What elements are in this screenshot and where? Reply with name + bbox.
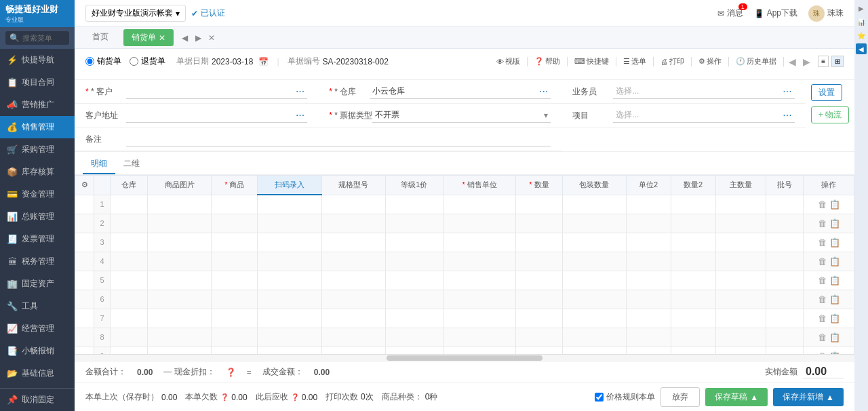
close-window-btn[interactable]: ✕	[206, 33, 217, 43]
barcode-cell[interactable]	[258, 271, 321, 290]
unit-cell[interactable]	[443, 347, 516, 354]
barcode-cell[interactable]	[258, 309, 321, 328]
price1-cell[interactable]	[385, 271, 443, 290]
warehouse-cell[interactable]	[111, 309, 148, 328]
sidebar-item-cancel-pin[interactable]: 📌 取消固定	[0, 389, 75, 411]
sidebar-item-project[interactable]: 📋 项目合同	[0, 71, 75, 94]
tab-mingxi[interactable]: 明细	[83, 155, 115, 174]
image-cell[interactable]	[148, 252, 212, 271]
sidebar-item-purchase[interactable]: 🛒 采购管理	[0, 138, 75, 161]
qty-cell[interactable]	[516, 290, 562, 309]
main-qty-cell[interactable]	[715, 214, 766, 233]
unit2-cell[interactable]	[626, 271, 671, 290]
qty2-cell[interactable]	[671, 233, 715, 252]
main-qty-col-header[interactable]: 主数量	[715, 176, 766, 195]
pack-qty-cell[interactable]	[562, 195, 626, 214]
image-col-header[interactable]: 商品图片	[148, 176, 212, 195]
spec-cell[interactable]	[321, 233, 385, 252]
warehouse-cell[interactable]	[111, 328, 148, 347]
unit2-cell[interactable]	[626, 309, 671, 328]
main-qty-cell[interactable]	[715, 195, 766, 214]
qty2-cell[interactable]	[671, 290, 715, 309]
tab-close-icon[interactable]: ✕	[159, 33, 165, 43]
copy-row-icon[interactable]: 📋	[829, 256, 840, 267]
tab-erwei[interactable]: 二维	[115, 155, 148, 174]
sidebar-item-sales[interactable]: 💰 销售管理	[0, 116, 75, 138]
sidebar-item-operations[interactable]: 📈 经营管理	[0, 317, 75, 340]
image-cell[interactable]	[148, 214, 212, 233]
abandon-button[interactable]: 放弃	[660, 387, 700, 407]
barcode-cell[interactable]	[258, 290, 321, 309]
operate-btn[interactable]: ⚙ 操作	[694, 54, 726, 68]
price-check-checkbox[interactable]	[595, 393, 604, 402]
delete-row-icon[interactable]: 🗑	[818, 313, 827, 324]
image-cell[interactable]	[148, 309, 212, 328]
copy-row-icon[interactable]: 📋	[829, 199, 840, 210]
print-btn[interactable]: 🖨 打印	[656, 54, 688, 68]
batch-cell[interactable]	[766, 271, 804, 290]
unit2-cell[interactable]	[626, 252, 671, 271]
calendar-icon[interactable]: 📅	[258, 57, 269, 66]
sidebar-item-quick-nav[interactable]: ⚡ 快捷导航	[0, 49, 75, 71]
barcode-cell[interactable]	[258, 328, 321, 347]
app-download-btn[interactable]: 📱 App下载	[754, 7, 797, 19]
batch-cell[interactable]	[766, 252, 804, 271]
question-icon[interactable]: ❓	[226, 368, 236, 377]
image-cell[interactable]	[148, 290, 212, 309]
right-panel-btn3[interactable]: ⭐	[856, 30, 867, 41]
table-row[interactable]: 5 🗑 📋	[75, 271, 854, 290]
copy-row-icon[interactable]: 📋	[829, 313, 840, 324]
view-list-btn[interactable]: ≡	[818, 56, 829, 67]
project-input[interactable]: 选择... ···	[613, 108, 794, 123]
warehouse-cell[interactable]	[111, 214, 148, 233]
price1-cell[interactable]	[385, 214, 443, 233]
product-cell[interactable]	[212, 233, 258, 252]
qty-cell[interactable]	[516, 347, 562, 354]
qty2-cell[interactable]	[671, 252, 715, 271]
qty2-cell[interactable]	[671, 309, 715, 328]
image-cell[interactable]	[148, 328, 212, 347]
unit2-cell[interactable]	[626, 195, 671, 214]
image-cell[interactable]	[148, 233, 212, 252]
qty2-cell[interactable]	[671, 271, 715, 290]
spec-cell[interactable]	[321, 309, 385, 328]
warehouse-cell[interactable]	[111, 252, 148, 271]
copy-row-icon[interactable]: 📋	[829, 332, 840, 342]
unit-cell[interactable]	[443, 252, 516, 271]
batch-cell[interactable]	[766, 214, 804, 233]
address-input[interactable]: ···	[126, 108, 307, 123]
delete-row-icon[interactable]: 🗑	[818, 275, 827, 286]
qty-cell[interactable]	[516, 252, 562, 271]
radio-return[interactable]: 退货单	[130, 56, 165, 67]
unit-cell[interactable]	[443, 271, 516, 290]
unit2-col-header[interactable]: 单位2	[626, 176, 671, 195]
pack-qty-cell[interactable]	[562, 290, 626, 309]
table-row[interactable]: 9 🗑 📋	[75, 347, 854, 354]
delete-row-icon[interactable]: 🗑	[818, 199, 827, 210]
table-row[interactable]: 3 🗑 📋	[75, 233, 854, 252]
right-panel-btn2[interactable]: 📊	[856, 16, 867, 27]
main-qty-cell[interactable]	[715, 252, 766, 271]
salesperson-dots[interactable]: ···	[783, 86, 791, 97]
product-col-header[interactable]: 商品	[212, 176, 258, 195]
product-cell[interactable]	[212, 214, 258, 233]
qty2-cell[interactable]	[671, 214, 715, 233]
warehouse-cell[interactable]	[111, 290, 148, 309]
warehouse-cell[interactable]	[111, 271, 148, 290]
unit2-cell[interactable]	[626, 233, 671, 252]
preview-btn[interactable]: 👁 视版	[492, 54, 524, 68]
delete-row-icon[interactable]: 🗑	[818, 237, 827, 248]
unit2-cell[interactable]	[626, 347, 671, 354]
unit-cell[interactable]	[443, 290, 516, 309]
qty-cell[interactable]	[516, 309, 562, 328]
qty2-cell[interactable]	[671, 195, 715, 214]
table-row[interactable]: 7 🗑 📋	[75, 309, 854, 328]
product-cell[interactable]	[212, 252, 258, 271]
company-selector[interactable]: 好业财专业版演示帐套 ▾	[85, 5, 186, 22]
unit-col-header[interactable]: 销售单位	[443, 176, 516, 195]
price1-cell[interactable]	[385, 233, 443, 252]
price1-cell[interactable]	[385, 290, 443, 309]
warehouse-col-header[interactable]: 仓库	[111, 176, 148, 195]
spec-cell[interactable]	[321, 271, 385, 290]
copy-row-icon[interactable]: 📋	[829, 237, 840, 248]
